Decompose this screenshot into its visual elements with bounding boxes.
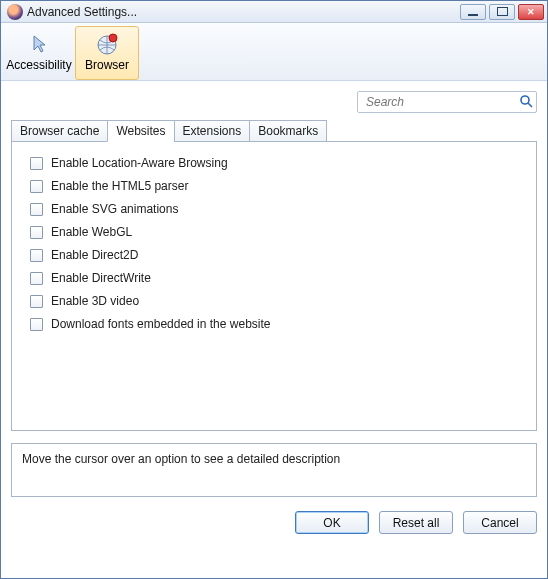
option-row[interactable]: Enable WebGL <box>30 225 518 239</box>
maximize-button[interactable] <box>489 4 515 20</box>
cursor-icon <box>25 30 53 58</box>
search-input[interactable] <box>364 94 519 110</box>
checkbox[interactable] <box>30 272 43 285</box>
reset-all-button[interactable]: Reset all <box>379 511 453 534</box>
option-label: Enable the HTML5 parser <box>51 179 188 193</box>
search-icon <box>519 94 533 111</box>
option-label: Enable DirectWrite <box>51 271 151 285</box>
body: Browser cache Websites Extensions Bookma… <box>1 81 547 578</box>
option-label: Enable WebGL <box>51 225 132 239</box>
advanced-settings-window: Advanced Settings... Accessibility Brows… <box>0 0 548 579</box>
svg-point-2 <box>521 96 529 104</box>
search-box[interactable] <box>357 91 537 113</box>
option-label: Enable Location-Aware Browsing <box>51 156 228 170</box>
search-row <box>11 91 537 113</box>
checkbox[interactable] <box>30 157 43 170</box>
titlebar: Advanced Settings... <box>1 1 547 23</box>
cancel-button[interactable]: Cancel <box>463 511 537 534</box>
minimize-button[interactable] <box>460 4 486 20</box>
svg-line-3 <box>528 103 532 107</box>
window-buttons <box>460 4 544 20</box>
option-row[interactable]: Enable Location-Aware Browsing <box>30 156 518 170</box>
option-label: Enable Direct2D <box>51 248 138 262</box>
tab-bookmarks[interactable]: Bookmarks <box>249 120 327 142</box>
ribbon-item-accessibility[interactable]: Accessibility <box>7 26 71 80</box>
option-row[interactable]: Enable 3D video <box>30 294 518 308</box>
option-row[interactable]: Download fonts embedded in the website <box>30 317 518 331</box>
checkbox[interactable] <box>30 180 43 193</box>
option-label: Enable 3D video <box>51 294 139 308</box>
checkbox[interactable] <box>30 203 43 216</box>
option-row[interactable]: Enable the HTML5 parser <box>30 179 518 193</box>
svg-point-1 <box>109 34 117 42</box>
ribbon-label: Browser <box>85 58 129 72</box>
checkbox[interactable] <box>30 249 43 262</box>
ribbon-label: Accessibility <box>6 58 71 72</box>
option-label: Enable SVG animations <box>51 202 178 216</box>
close-button[interactable] <box>518 4 544 20</box>
tab-strip: Browser cache Websites Extensions Bookma… <box>11 120 537 142</box>
tab-websites[interactable]: Websites <box>107 120 174 142</box>
ribbon: Accessibility Browser <box>1 23 547 81</box>
window-title: Advanced Settings... <box>27 5 460 19</box>
tab-browser-cache[interactable]: Browser cache <box>11 120 108 142</box>
checkbox[interactable] <box>30 295 43 308</box>
ok-button[interactable]: OK <box>295 511 369 534</box>
tab-extensions[interactable]: Extensions <box>174 120 251 142</box>
description-panel: Move the cursor over an option to see a … <box>11 443 537 497</box>
option-row[interactable]: Enable SVG animations <box>30 202 518 216</box>
option-row[interactable]: Enable DirectWrite <box>30 271 518 285</box>
checkbox[interactable] <box>30 318 43 331</box>
option-row[interactable]: Enable Direct2D <box>30 248 518 262</box>
app-icon <box>7 4 23 20</box>
tab-panel: Enable Location-Aware Browsing Enable th… <box>11 141 537 431</box>
ribbon-item-browser[interactable]: Browser <box>75 26 139 80</box>
checkbox[interactable] <box>30 226 43 239</box>
option-label: Download fonts embedded in the website <box>51 317 270 331</box>
button-row: OK Reset all Cancel <box>11 511 537 534</box>
globe-icon <box>93 30 121 58</box>
